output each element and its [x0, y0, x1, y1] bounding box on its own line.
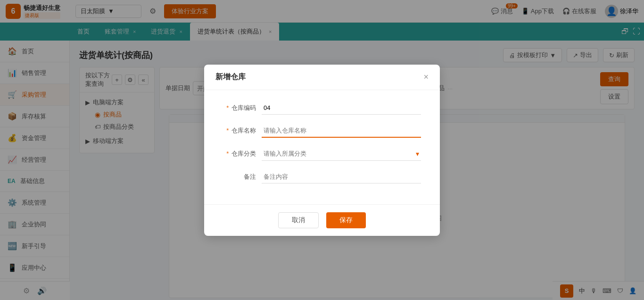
dialog-body: * 仓库编码 * 仓库名称 * 仓库分类	[204, 90, 440, 204]
form-row-name: * 仓库名称	[223, 124, 421, 138]
form-row-remark: 备注	[223, 170, 421, 183]
category-chevron-icon: ▾	[416, 150, 419, 158]
category-input[interactable]	[264, 150, 416, 157]
save-btn[interactable]: 保存	[326, 212, 366, 228]
add-warehouse-dialog: 新增仓库 × * 仓库编码 * 仓库名称	[204, 65, 440, 236]
remark-label: 备注	[223, 173, 256, 181]
name-input[interactable]	[262, 124, 421, 138]
form-row-category: * 仓库分类 ▾	[223, 147, 421, 161]
name-label: * 仓库名称	[223, 126, 256, 135]
category-select-row[interactable]: ▾	[262, 147, 421, 161]
dialog-header: 新增仓库 ×	[204, 65, 440, 90]
code-input[interactable]	[262, 101, 421, 115]
modal-overlay: 新增仓库 × * 仓库编码 * 仓库名称	[0, 0, 644, 300]
dialog-close-btn[interactable]: ×	[423, 72, 429, 82]
remark-input[interactable]	[262, 170, 421, 183]
dialog-title: 新增仓库	[215, 72, 246, 82]
category-label: * 仓库分类	[223, 150, 256, 158]
cancel-btn[interactable]: 取消	[278, 212, 319, 228]
dialog-footer: 取消 保存	[204, 204, 440, 236]
form-row-code: * 仓库编码	[223, 101, 421, 115]
code-label: * 仓库编码	[223, 104, 256, 112]
